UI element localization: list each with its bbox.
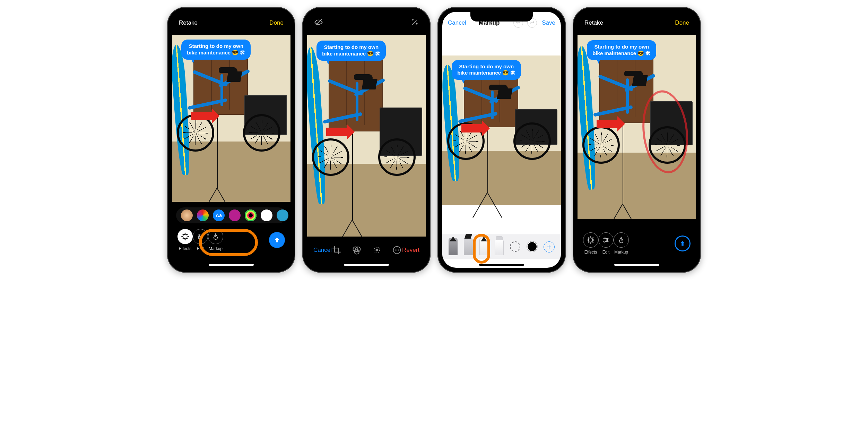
markup-label: Markup	[614, 250, 628, 255]
done-button[interactable]: Done	[675, 19, 689, 26]
more-icon[interactable]	[392, 245, 402, 255]
svg-point-11	[395, 250, 396, 251]
home-indicator[interactable]	[614, 264, 659, 266]
home-indicator[interactable]	[479, 264, 524, 266]
pen-tip-icon	[617, 236, 625, 244]
sliders-icon	[197, 233, 204, 240]
edit-button[interactable]: Edit	[598, 232, 614, 255]
red-arrow-sticker	[191, 112, 212, 120]
pencil-tool[interactable]	[479, 238, 488, 255]
eye-off-icon[interactable]	[314, 18, 323, 27]
markup-button[interactable]: Markup	[208, 229, 223, 251]
screen-1: Retake Done Starting to do my own bike m…	[172, 12, 290, 268]
filters-app-icon[interactable]	[197, 209, 209, 221]
phone-frame-4: Retake Done Starting to do my own bike m…	[573, 7, 701, 273]
markup-tools: +	[442, 234, 561, 259]
cancel-button[interactable]: Cancel	[448, 19, 466, 26]
arrow-up-icon	[273, 236, 281, 244]
edit-label: Edit	[602, 250, 610, 255]
screen-3: Cancel Markup Save Starting to do my own…	[442, 12, 561, 268]
memoji-app-icon[interactable]	[181, 209, 193, 221]
pen-tool[interactable]	[449, 238, 458, 255]
shapes-app-icon[interactable]	[229, 209, 241, 221]
edit-button[interactable]: Edit	[193, 229, 208, 251]
svg-point-16	[604, 241, 605, 242]
revert-button[interactable]: Revert	[402, 247, 419, 254]
sliders-icon	[602, 236, 610, 244]
home-indicator[interactable]	[344, 264, 389, 266]
imessage-apps-row[interactable]: Aa	[176, 207, 286, 223]
screen-2: Starting to do my own bike maintenance 😎…	[307, 12, 426, 268]
activity-app-icon[interactable]	[245, 209, 257, 221]
crop-icon[interactable]	[332, 245, 341, 255]
effects-label: Effects	[584, 250, 597, 255]
svg-point-15	[607, 239, 608, 241]
svg-point-12	[397, 250, 398, 251]
send-button[interactable]	[269, 232, 285, 248]
airline-app-icon[interactable]	[261, 209, 272, 221]
cancel-button[interactable]: Cancel	[313, 247, 332, 254]
done-button[interactable]: Done	[269, 19, 284, 26]
photo-preview[interactable]: Starting to do my own bike maintenance 😎…	[442, 31, 561, 233]
svg-point-14	[604, 238, 606, 239]
edit-label: Edit	[197, 246, 204, 251]
message-bubble: Starting to do my own bike maintenance 😎…	[181, 40, 251, 60]
screen-4: Retake Done Starting to do my own bike m…	[578, 12, 696, 268]
magic-wand-icon[interactable]	[410, 18, 419, 26]
save-button[interactable]: Save	[542, 19, 555, 26]
home-indicator[interactable]	[209, 264, 254, 266]
retake-button[interactable]: Retake	[584, 19, 603, 26]
marker-tool[interactable]	[464, 238, 473, 255]
edit-toolbar: Cancel Revert	[307, 241, 426, 259]
add-shape-button[interactable]: +	[544, 241, 555, 252]
arrow-up-icon	[679, 240, 686, 247]
markup-button[interactable]: Markup	[614, 232, 629, 255]
eraser-tool[interactable]	[495, 239, 504, 255]
filters-icon[interactable]	[352, 245, 362, 255]
pen-tip-icon	[212, 233, 219, 240]
star-burst-icon	[587, 236, 595, 244]
phone-frame-1: Retake Done Starting to do my own bike m…	[167, 7, 295, 273]
phone-frame-2: Starting to do my own bike maintenance 😎…	[302, 7, 431, 273]
tools-row: Effects Edit Markup	[172, 226, 290, 254]
send-button[interactable]	[675, 236, 691, 251]
notch	[335, 12, 398, 22]
svg-point-1	[201, 236, 202, 237]
photo-preview: Starting to do my own bike maintenance 😎…	[307, 35, 426, 237]
effects-button[interactable]: Effects	[583, 232, 598, 255]
text-app-icon[interactable]: Aa	[213, 209, 225, 221]
adjust-icon[interactable]	[372, 245, 382, 255]
svg-point-13	[398, 250, 399, 251]
notch	[470, 12, 533, 22]
lasso-tool[interactable]	[510, 241, 520, 252]
redo-icon	[529, 20, 535, 26]
svg-point-2	[198, 238, 200, 239]
red-arrow-sticker	[326, 128, 347, 136]
message-bubble: Starting to do my own bike maintenance 😎…	[316, 41, 386, 61]
effects-button[interactable]: Effects	[177, 229, 193, 251]
message-bubble: Starting to do my own bike maintenance 😎…	[587, 40, 656, 60]
extra-app-icon[interactable]	[277, 209, 288, 221]
photo-preview: Starting to do my own bike maintenance 😎…	[172, 35, 290, 202]
tools-row: Effects Edit Markup	[578, 230, 696, 257]
retake-button[interactable]: Retake	[179, 19, 198, 26]
notch	[606, 12, 668, 22]
phone-frame-3: Cancel Markup Save Starting to do my own…	[437, 7, 566, 273]
svg-point-0	[199, 234, 200, 236]
red-arrow-sticker	[597, 120, 617, 128]
notch	[200, 12, 262, 22]
photo-preview: Starting to do my own bike maintenance 😎…	[578, 35, 696, 219]
color-picker-black[interactable]	[527, 241, 537, 252]
message-bubble: Starting to do my own bike maintenance 😎…	[452, 60, 521, 80]
star-burst-icon	[181, 232, 189, 241]
svg-point-9	[376, 249, 378, 251]
effects-label: Effects	[179, 246, 191, 251]
red-arrow-sticker	[461, 124, 482, 132]
markup-label: Markup	[209, 246, 223, 251]
